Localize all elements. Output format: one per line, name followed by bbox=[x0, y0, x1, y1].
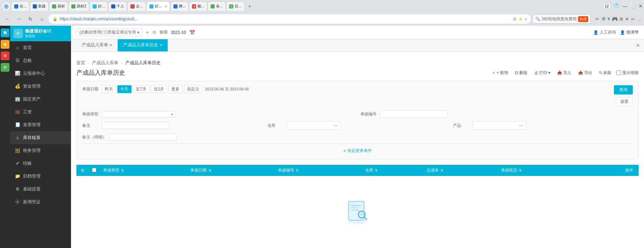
query-set-group: 查询 设置 bbox=[614, 85, 633, 106]
refresh-button[interactable]: ↻ bbox=[26, 14, 35, 24]
th-warehouse[interactable]: 仓库 ⇅ bbox=[362, 165, 423, 176]
th-status[interactable]: 单据状态 ⇅ bbox=[498, 165, 585, 176]
sidebar-item-archive[interactable]: 📁 归档管理 bbox=[10, 170, 71, 183]
more-icon[interactable]: … bbox=[637, 17, 641, 22]
sidebar-item-checkout[interactable]: ✔ 结账 bbox=[10, 157, 71, 170]
breadcrumb-home[interactable]: 首页 bbox=[76, 60, 85, 66]
th-checkbox[interactable] bbox=[89, 165, 100, 176]
breadcrumb-parent[interactable]: 产成品入库单 bbox=[92, 60, 118, 66]
yuan-icon[interactable]: ¥ bbox=[607, 17, 610, 21]
sidebar-item-funds[interactable]: 💰 资金管理 bbox=[10, 80, 71, 93]
sidebar-item-invoice[interactable]: 🧾 发票管理 bbox=[10, 118, 71, 131]
th-settings[interactable]: ⚙ bbox=[76, 165, 89, 176]
sidebar-item-settings[interactable]: ⚙ 基础设置 bbox=[10, 183, 71, 196]
tab-t3[interactable]: 易材 bbox=[49, 1, 68, 11]
number-input[interactable] bbox=[380, 110, 448, 118]
export-button[interactable]: 📤 导出 bbox=[576, 69, 594, 77]
date-btn-more[interactable]: 更多 bbox=[168, 85, 183, 93]
show-col-checkbox[interactable] bbox=[616, 70, 621, 75]
search-box[interactable]: 🔍 360智能抠图免费用 热搜 bbox=[533, 15, 591, 23]
sidebar-item-ledger[interactable]: ☰ 总账 bbox=[10, 54, 71, 67]
outer-close-icon[interactable]: ✕ bbox=[636, 43, 640, 48]
warehouse-select[interactable]: ··· bbox=[287, 121, 341, 130]
note-input[interactable] bbox=[102, 122, 169, 129]
minimize-btn[interactable]: — bbox=[623, 3, 627, 9]
tab-t12[interactable]: S 目... bbox=[226, 1, 244, 11]
date-filter: 昨天 今天 近7天 近1月 更多 自定义 bbox=[102, 85, 202, 93]
refresh-button[interactable]: ↻ 刷新 bbox=[597, 69, 614, 77]
date-btn-yesterday[interactable]: 昨天 bbox=[102, 85, 116, 93]
date-btn-7days[interactable]: 近7天 bbox=[133, 85, 149, 93]
product-select[interactable]: ··· bbox=[473, 121, 527, 130]
empty-icon bbox=[342, 196, 373, 233]
tab-close-t8[interactable]: ✕ bbox=[164, 4, 167, 8]
sidebar-item-report[interactable]: 📊 云报表中心 bbox=[10, 67, 71, 80]
hot-badge: 热搜 bbox=[578, 16, 588, 22]
svg-rect-4 bbox=[351, 210, 359, 211]
topbar-user[interactable]: 👤 徐泽华 bbox=[620, 29, 639, 35]
set-button[interactable]: 设置 bbox=[616, 97, 633, 106]
tab-t5[interactable]: 好... bbox=[90, 1, 108, 11]
select-all-checkbox[interactable] bbox=[92, 168, 96, 172]
date-btn-custom[interactable]: 自定义 bbox=[184, 85, 202, 93]
undo-icon[interactable]: ↩ bbox=[631, 17, 635, 22]
tab-t9[interactable]: 腾... bbox=[170, 1, 189, 11]
address-input[interactable]: 🔒 https://cloud.chanjet.com/accounting/u… bbox=[49, 14, 531, 24]
sidebar-item-home[interactable]: ⌂ 首页 bbox=[10, 41, 71, 54]
sun-icon[interactable]: ☀ bbox=[625, 17, 629, 22]
th-date[interactable]: 单据日期 ⇅ bbox=[187, 165, 274, 176]
page-tab-list-close[interactable]: ✕ bbox=[110, 43, 112, 47]
th-number[interactable]: 单据编号 ⇅ bbox=[275, 165, 362, 176]
icon-sidebar-chanjet[interactable]: 畅 bbox=[1, 28, 9, 37]
th-total-cost[interactable]: 总成本 ⇅ bbox=[423, 165, 498, 176]
sidebar-item-new-voucher[interactable]: ➕ 新增凭证 bbox=[10, 196, 71, 208]
gamepad-icon[interactable]: 🎮 bbox=[612, 16, 618, 22]
company-selector[interactable]: (勿删勿禁用) 江西服宝测试专用 ▾ bbox=[76, 28, 142, 36]
tab-t10[interactable]: M 畅... bbox=[189, 1, 207, 11]
topbar-service[interactable]: 👤 人工咨询 bbox=[593, 29, 616, 35]
th-number-sort-icon: ⇅ bbox=[296, 168, 299, 172]
page-tab-list[interactable]: 产成品入库单 ✕ bbox=[76, 39, 118, 51]
tab-t6[interactable]: 个人 bbox=[108, 1, 127, 11]
calendar-icon[interactable]: 📅 bbox=[189, 30, 195, 35]
tab-t8[interactable]: 好... ✕ bbox=[146, 1, 170, 11]
tab-t2[interactable]: 新建 bbox=[30, 1, 49, 11]
tab-t11[interactable]: 各... bbox=[208, 1, 226, 11]
add-company-btn[interactable]: + bbox=[146, 29, 149, 36]
back-button[interactable]: ← bbox=[3, 14, 12, 24]
restore-btn[interactable]: ⬜ bbox=[630, 3, 636, 9]
home-button[interactable]: ⌂ bbox=[37, 14, 47, 24]
page-tab-history-close[interactable]: ✕ bbox=[160, 43, 162, 47]
tab-t7[interactable]: C 企... bbox=[127, 1, 146, 11]
chevron-down-icon[interactable]: ▾ bbox=[525, 17, 527, 21]
icon-sidebar-mail[interactable]: ✉ bbox=[1, 63, 9, 72]
note-detail-input[interactable] bbox=[109, 133, 177, 141]
new-tab-button[interactable]: ＋ bbox=[245, 1, 255, 11]
forward-button[interactable]: → bbox=[14, 14, 24, 24]
print-button[interactable]: 🖨 打印 ▾ bbox=[532, 69, 552, 77]
new-button[interactable]: ＋ + 新增 bbox=[490, 69, 510, 77]
query-button[interactable]: 查询 bbox=[614, 85, 633, 94]
settings-gear-icon[interactable]: ⚙ bbox=[152, 30, 156, 35]
date-btn-1month[interactable]: 近1月 bbox=[151, 85, 167, 93]
sidebar-item-salary[interactable]: 💼 工资 bbox=[10, 106, 71, 118]
icon-sidebar-star[interactable]: ★ bbox=[1, 40, 9, 49]
sidebar-item-fixed-assets[interactable]: 🏢 固定资产 bbox=[10, 93, 71, 106]
page-tab-history[interactable]: 产成品入库单历史 ✕ bbox=[118, 39, 168, 51]
sidebar-logo[interactable]: 好 畅捷通好会计 旗舰版 bbox=[10, 26, 71, 41]
tab-t1[interactable]: 在... bbox=[11, 1, 29, 11]
tab-t4[interactable]: 易材2 bbox=[68, 1, 89, 11]
sidebar-item-inventory[interactable]: ⌂ 库存核算 bbox=[10, 131, 71, 144]
icon-sidebar-weibo[interactable]: 微 bbox=[1, 51, 9, 60]
th-type[interactable]: 单据类型 ⇅ bbox=[100, 165, 187, 176]
close-btn[interactable]: ✕ bbox=[639, 3, 643, 9]
sidebar-item-tax[interactable]: 🧮 税务管理 bbox=[10, 144, 71, 157]
import-button[interactable]: 📥 导入 bbox=[555, 69, 573, 77]
grid2-icon[interactable]: ⊞ bbox=[620, 17, 623, 21]
delete-button[interactable]: ⊟ 删除 bbox=[513, 69, 529, 77]
type-select[interactable]: ▾ bbox=[102, 111, 176, 117]
tab-item-navigation[interactable]: ⊕ bbox=[1, 1, 11, 11]
date-btn-today[interactable]: 今天 bbox=[117, 85, 132, 93]
collapse-button[interactable]: ∧ 收起更多条件 bbox=[82, 146, 633, 155]
translate-icon[interactable]: 译 bbox=[601, 16, 605, 22]
